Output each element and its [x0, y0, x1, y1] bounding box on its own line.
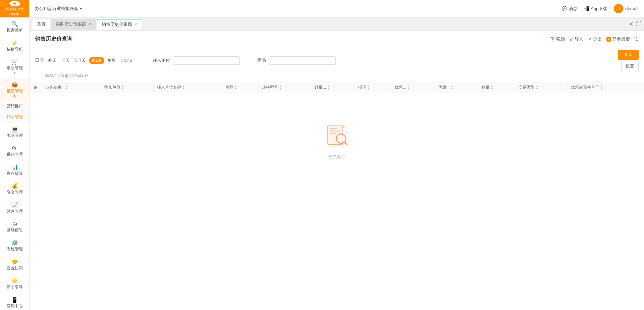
svg-line-7: [344, 142, 347, 145]
th-qty[interactable]: 数量 ▲▼: [478, 82, 515, 93]
empty-illustration: ✦ ✦: [322, 120, 352, 150]
filter-line-1: 日期 昨天 今天 近7天 近1月 更多 自定义 往来单位: [35, 50, 639, 71]
logo-icon: 6: [9, 1, 20, 6]
sidebar-item-shortcuts[interactable]: ⚡ 快捷导航: [0, 37, 29, 56]
message-icon: 💬: [562, 6, 567, 11]
sort-icon: ▲▼: [66, 85, 68, 90]
date-tab-today[interactable]: 今天: [60, 57, 72, 64]
date-tab-yesterday[interactable]: 昨天: [46, 57, 58, 64]
date-tab-last7[interactable]: 近7天: [73, 57, 88, 64]
th-gear[interactable]: ⚙: [30, 82, 42, 93]
sidebar-item-basic[interactable]: 🗂 基础信息: [0, 217, 29, 236]
sidebar-item-purchase[interactable]: 🛍 采购管理: [0, 142, 29, 161]
avatar: d: [614, 4, 623, 13]
sort-icon: ▲▼: [121, 85, 124, 90]
svg-point-6: [338, 136, 344, 142]
download-icon: 📲: [584, 6, 589, 11]
sidebar-item-appstore[interactable]: 📱 应用中心: [0, 293, 29, 310]
th-pre-tax[interactable]: 优惠前无税单价 ▲▼: [568, 82, 644, 93]
maximize-window-button[interactable]: ⛶: [636, 21, 641, 27]
message-button[interactable]: 💬 消息: [562, 6, 577, 12]
th-discount1[interactable]: 优惠... ▲▼: [391, 82, 435, 93]
sidebar-item-inventory[interactable]: 📊 库存核算: [0, 161, 29, 180]
sort-icon: ▲▼: [327, 85, 330, 90]
user-avatar-area[interactable]: d demo2: [614, 4, 639, 13]
sort-icon: ▲▼: [279, 85, 282, 90]
sort-icon: ▲▼: [451, 85, 453, 90]
table-header: ⚙ 业务发生... ▲▼ 往来单位: [30, 82, 644, 93]
content-area: 销售历史价查询 ❓ 帮助 ↙ 导入 ↗ 导出: [30, 31, 644, 310]
page-title: 销售历史价查询: [35, 36, 72, 43]
th-unit[interactable]: 计量... ▲▼: [311, 82, 355, 93]
query-button[interactable]: 查询: [618, 50, 639, 60]
sidebar-item-retail[interactable]: 🛒 零售管理 ▼: [0, 55, 29, 78]
date-label: 日期: [35, 57, 44, 63]
date-tab-more[interactable]: 更多: [106, 57, 118, 64]
close-window-button[interactable]: ✕: [629, 21, 633, 27]
help-icon: ❓: [549, 37, 555, 42]
date-tab-custom[interactable]: 自定义: [119, 57, 135, 64]
th-trade-type[interactable]: 交易类型 ▲▼: [515, 82, 568, 93]
tab-home[interactable]: 首页: [32, 19, 50, 30]
tab-sales-history[interactable]: 销售历史价跟踪 ✕: [97, 19, 142, 30]
sidebar-item-marketing[interactable]: 营销推广: [0, 101, 29, 112]
help-button[interactable]: ❓ 帮助: [549, 36, 565, 42]
empty-icon: ✦ ✦: [322, 120, 352, 150]
sidebar-item-ecommerce[interactable]: 💻 电商管理: [0, 123, 29, 142]
sidebar-item-finance[interactable]: 💰 资金管理: [0, 179, 29, 199]
date-filter-group: 日期 昨天 今天 近7天 近1月 更多 自定义: [35, 57, 135, 64]
sidebar-item-enterprise[interactable]: 🤝 企业协同: [0, 255, 29, 274]
wholesale-submenu: 营销推广 销售管理: [0, 101, 29, 123]
th-spec[interactable]: 规格型号 ▲▼: [259, 82, 311, 93]
tabbar: 首页 采购历史价跟踪 ✕ 销售历史价跟踪 ✕ ✕ ⛶: [30, 17, 644, 31]
close-purchase-tab-icon[interactable]: ✕: [88, 22, 92, 27]
import-button[interactable]: ↙ 导入: [570, 36, 583, 42]
page-header-actions: ❓ 帮助 ↙ 导入 ↗ 导出 只看最后一次: [549, 36, 639, 42]
import-icon: ↙: [570, 37, 573, 42]
from-unit-group: 往来单位 ...: [153, 56, 240, 65]
svg-rect-2: [330, 128, 337, 129]
svg-text:✦: ✦: [342, 125, 345, 129]
th-partner-name[interactable]: 往来单位名称 ▲▼: [153, 82, 222, 93]
th-biz-date[interactable]: 业务发生... ▲▼: [42, 82, 101, 93]
date-range-text: 2023-02-18 至 2023-03-18: [45, 74, 89, 78]
sidebar-item-operation[interactable]: 📈 经营管理: [0, 199, 29, 218]
svg-text:✦: ✦: [346, 132, 348, 134]
sort-icon: ▲▼: [182, 85, 185, 90]
sidebar-item-sales[interactable]: 销售管理: [0, 112, 29, 123]
settings-button[interactable]: 设置: [621, 61, 639, 71]
sidebar-item-search[interactable]: 🔍 搜索菜单: [0, 17, 29, 37]
main-area: 办公用品行业模拟账套 ▾ 💬 消息 📲 App下载 d demo2 首页 采购历…: [30, 0, 644, 310]
th-partner-code[interactable]: 往来单位 ▲▼: [101, 82, 153, 93]
date-tab-last1m[interactable]: 近1月: [89, 57, 105, 64]
sort-icon: ▲▼: [367, 85, 370, 90]
sort-icon: ▲▼: [536, 85, 538, 90]
product-group: 商品 ...: [257, 56, 336, 65]
brand-name: 畅捷通好生意: [6, 7, 24, 11]
account-title: 办公用品行业模拟账套: [35, 6, 78, 12]
chevron-down-icon: ▾: [80, 6, 82, 11]
app-download-button[interactable]: 📲 App下载: [584, 6, 607, 12]
sidebar: 6 畅捷通好生意 标准版 🔍 搜索菜单 ⚡ 快捷导航 🛒 零售管理 ▼ 📦 批发…: [0, 0, 30, 310]
empty-text: 暂无数据: [328, 154, 345, 160]
app-logo: 6 畅捷通好生意 标准版: [0, 0, 29, 17]
th-quote[interactable]: 报价 ▲▼: [355, 82, 391, 93]
product-input[interactable]: ...: [269, 56, 336, 65]
filter-buttons: 查询 设置: [618, 50, 639, 71]
account-selector[interactable]: 办公用品行业模拟账套 ▾: [35, 6, 82, 12]
from-unit-input[interactable]: ...: [173, 56, 240, 65]
sidebar-item-system[interactable]: ⚙️ 系统管理: [0, 236, 29, 255]
export-button[interactable]: ↗ 导出: [588, 36, 602, 42]
sidebar-item-wholesale[interactable]: 📦 批发管理 ▲: [0, 78, 29, 101]
sort-icon: ▲▼: [600, 85, 603, 90]
th-discount2[interactable]: 优惠... ▲▼: [435, 82, 478, 93]
topbar: 办公用品行业模拟账套 ▾ 💬 消息 📲 App下载 d demo2: [30, 0, 644, 17]
page: 销售历史价查询 ❓ 帮助 ↙ 导入 ↗ 导出: [30, 31, 644, 310]
sort-icon: ▲▼: [491, 85, 493, 90]
th-product[interactable]: 商品 ▲▼: [222, 82, 259, 93]
tab-purchase-history[interactable]: 采购历史价跟踪 ✕: [51, 19, 96, 30]
only-last-checkbox[interactable]: 只看最后一次: [606, 36, 639, 42]
data-table-wrap: ⚙ 业务发生... ▲▼ 往来单位: [30, 82, 644, 187]
sidebar-item-newbie[interactable]: 🌟 新手引导: [0, 274, 29, 293]
close-sales-tab-icon[interactable]: ✕: [134, 22, 138, 27]
